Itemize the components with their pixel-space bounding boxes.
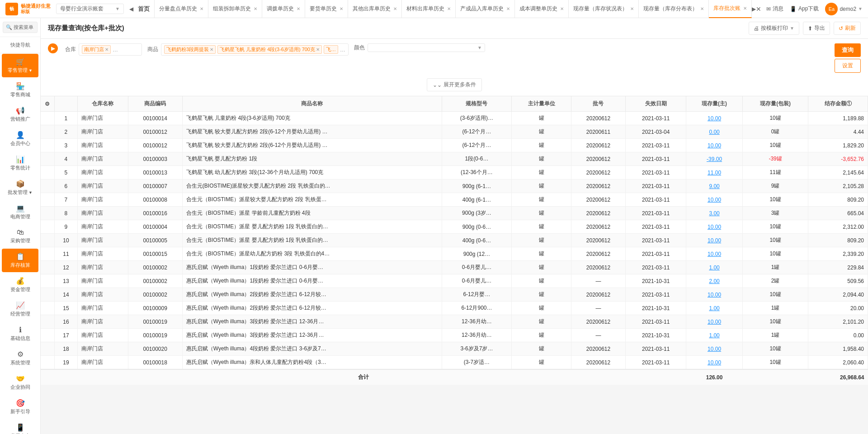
refresh-btn[interactable]: ↺ 刷新 [834,22,861,35]
print-btn[interactable]: 🖨 按模板打印 ▼ [749,22,799,35]
row-code: 00100019 [128,315,182,329]
industry-name: 母婴行业演示账套 [60,5,104,13]
filter-actions: 查询 设置 [835,43,861,73]
tab-3[interactable]: 调拨单历史 ✕ [262,0,305,18]
sidebar-item-inventory[interactable]: 📋 库存核算 [2,249,38,272]
sidebar-item-retail-shop[interactable]: 🏪 零售商城 [2,78,38,102]
sidebar-item-purchase[interactable]: 🛍 采购管理 [2,225,38,248]
tab-close-all[interactable]: ✕ [756,0,761,18]
goods-tag-remove-0[interactable]: ✕ [210,47,213,52]
sidebar-item-retail-mgmt[interactable]: 🛒 零售管理 ▼ [2,54,38,77]
row-stock-main[interactable]: 1.00 [686,329,743,342]
col-settings-header[interactable]: ⚙ [41,96,54,112]
sidebar-item-member[interactable]: 👤 会员中心 [2,127,38,151]
business-icon: 📈 [16,301,25,310]
row-stock-main[interactable]: 10.00 [686,315,743,329]
marketing-label: 营销推广 [10,116,30,123]
row-expire: 2021-10-31 [626,329,686,342]
tab-10[interactable]: 现存量（库存分布表）✕ [639,0,709,18]
row-stock-main[interactable]: 10.00 [686,288,743,302]
row-warehouse: 南岸门店 [78,220,128,234]
row-batch: 20200612 [571,356,625,370]
tab-7[interactable]: 产成品入库单历史 ✕ [456,0,515,18]
row-code: 00100003 [128,152,182,166]
row-stock-main[interactable]: 3.00 [686,207,743,220]
row-spec: (6-12个月… [442,125,511,139]
export-btn[interactable]: ⬆ 导出 [803,22,830,35]
expand-conditions-btn[interactable]: ⌄⌄ 展开更多条件 [427,78,482,91]
tab-scroll-left[interactable]: ◀ [129,0,133,18]
row-warehouse: 南岸门店 [78,288,128,302]
tab-5[interactable]: 其他出库单历史 ✕ [348,0,402,18]
tab-scroll-right[interactable]: ▶ [752,0,756,18]
footer-stock-total: 126.00 [686,369,743,385]
setting-btn[interactable]: 设置 [835,59,861,73]
row-name: 合生元（BIOSTIME）派星幼儿配方奶粉 3段 乳铁蛋白的4… [182,247,442,261]
tab-6[interactable]: 材料出库单历史 ✕ [402,0,456,18]
retail-shop-label: 零售商城 [10,91,30,98]
row-stock-main[interactable]: 10.00 [686,139,743,152]
sidebar-item-basic-info[interactable]: ℹ 基础信息 [2,322,38,345]
row-warehouse: 南岸门店 [78,261,128,274]
row-stock-main[interactable]: -39.00 [686,152,743,166]
expand-arrow-btn[interactable]: ▶ [48,43,58,53]
tab-2[interactable]: 组装拆卸单历史 ✕ [208,0,262,18]
quick-nav-btn[interactable]: 快捷导航 [0,39,40,51]
app-download-btn[interactable]: 📱 App下载 [790,5,819,13]
table-row: 6南岸门店00100007合生元(BIOSTIME)派星较大婴儿配方奶粉 2段 … [41,179,868,193]
warehouse-tag-container[interactable]: 南岸门店 ✕ … [79,43,142,56]
row-batch: 20200612 [571,247,625,261]
row-code: 00100008 [128,193,182,207]
sidebar-item-finance[interactable]: 💰 资金管理 [2,273,38,297]
row-unit: 罐 [512,166,571,179]
row-amount: 4.44 [808,125,868,139]
row-stock-main[interactable]: 2.00 [686,274,743,288]
row-stock-main[interactable]: 10.00 [686,356,743,370]
sidebar-item-marketing[interactable]: 📢 营销推广 [2,103,38,126]
row-stock-main[interactable]: 10.00 [686,247,743,261]
message-btn[interactable]: ✉ 消息 [766,5,783,13]
row-stock-main[interactable]: 10.00 [686,220,743,234]
row-stock-main[interactable]: 10.00 [686,342,743,356]
query-btn[interactable]: 查询 [835,43,861,57]
row-stock-main[interactable]: 10.00 [686,193,743,207]
row-stock-pkg: 0罐 [742,125,808,139]
retail-shop-icon: 🏪 [16,82,25,90]
search-menu-btn[interactable]: 🔍 搜索菜单 [3,22,38,33]
user-info[interactable]: Ea demo2 ▼ [825,3,863,15]
industry-selector[interactable]: 母婴行业演示账套 ▼ [56,4,124,14]
tab-11[interactable]: 库存批次账 ✕ [709,0,752,18]
goods-tag-container[interactable]: 飞鹤奶粉3段两提装 ✕ 飞鹤星飞帆 儿童奶粉 4段(3-6岁适用) 700克 ✕… [161,43,349,56]
header-actions: 🖨 按模板打印 ▼ ⬆ 导出 ↺ 刷新 [749,22,861,35]
row-stock-main[interactable]: 1.00 [686,261,743,274]
color-filter-container[interactable]: ▼ [368,43,485,52]
tab-9[interactable]: 现存量（库存状况表）✕ [569,0,639,18]
row-stock-main[interactable]: 11.00 [686,166,743,179]
row-code: 00100012 [128,139,182,152]
sidebar-item-wholesale[interactable]: 📦 批发管理 ▼ [2,176,38,199]
sidebar-item-retail-stats[interactable]: 📊 零售统计 [2,151,38,175]
sidebar-item-ecommerce[interactable]: 💻 电商管理 [2,200,38,224]
tab-8[interactable]: 成本调整单历史 ✕ [515,0,569,18]
goods-tag-remove-1[interactable]: ✕ [316,47,320,52]
sidebar-item-guide[interactable]: 🎯 新手引导 [2,395,38,419]
sidebar-item-system[interactable]: ⚙ 系统管理 [2,346,38,370]
tab-4[interactable]: 要货单历史 ✕ [305,0,348,18]
row-stock-main[interactable]: 10.00 [686,234,743,247]
sidebar-item-corp[interactable]: 🤝 企业协同 [2,371,38,394]
tab-home[interactable]: 首页 [133,0,155,18]
row-stock-main[interactable]: 9.00 [686,179,743,193]
business-label: 经营管理 [10,311,30,317]
sidebar-item-apps[interactable]: 📱 应用中心 [2,420,38,434]
sidebar-item-business[interactable]: 📈 经营管理 [2,297,38,321]
logo-sub: 标版 [21,9,51,14]
table-footer: 合计 126.00 26,968.64 [41,369,868,385]
row-stock-main[interactable]: 0.00 [686,125,743,139]
row-stock-main[interactable]: 1.00 [686,302,743,315]
row-stock-main[interactable]: 10.00 [686,112,743,125]
warehouse-tag-remove-0[interactable]: ✕ [105,47,108,52]
page-header: 现存量查询(按仓库+批次) 🖨 按模板打印 ▼ ⬆ 导出 ↺ 刷新 [41,18,868,39]
purchase-label: 采购管理 [10,237,30,244]
tab-1[interactable]: 分量盘点单历史 ✕ [155,0,208,18]
app-icon: 📱 [790,6,797,12]
